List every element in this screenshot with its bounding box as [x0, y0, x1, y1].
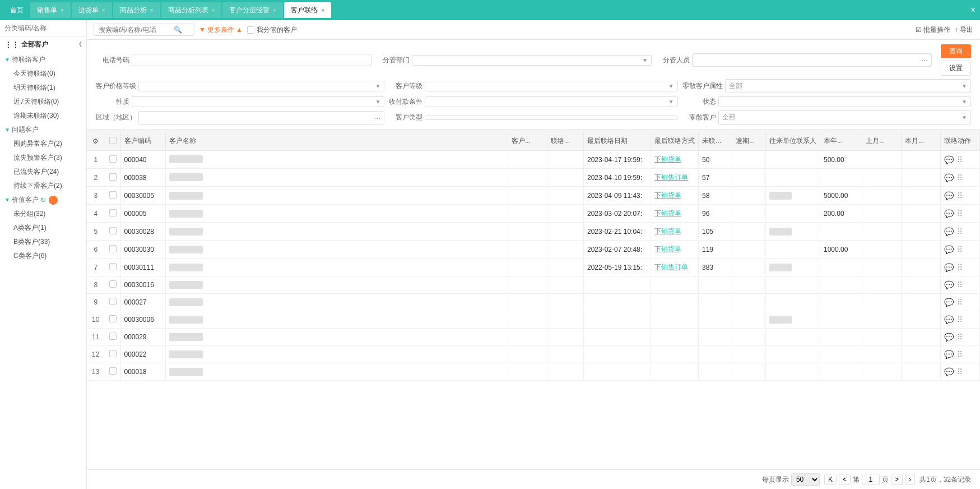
close-all-icon[interactable]: ×	[970, 5, 976, 15]
sidebar-search-input[interactable]	[4, 24, 87, 32]
row-checkbox[interactable]	[109, 227, 117, 234]
contact-icon[interactable]: 💬	[944, 263, 954, 272]
sidebar-item-ungrouped[interactable]: 未分组(32)	[0, 207, 86, 221]
more-action-icon[interactable]: ⠿	[957, 209, 963, 218]
cell-check[interactable]	[105, 276, 120, 294]
sidebar-item-declining[interactable]: 持续下滑客户(2)	[0, 179, 86, 193]
more-conditions-btn[interactable]: ▼ 更多条件 ▲	[199, 25, 243, 35]
cell-check[interactable]	[105, 346, 120, 363]
refresh-icon[interactable]: ↻	[40, 196, 46, 204]
row-checkbox[interactable]	[109, 263, 117, 270]
cell-check[interactable]	[105, 311, 120, 329]
contact-icon[interactable]: 💬	[944, 298, 954, 307]
more-action-icon[interactable]: ⠿	[957, 298, 963, 307]
cell-check[interactable]	[105, 294, 120, 311]
more-action-icon[interactable]: ⠿	[957, 280, 963, 289]
cell-check[interactable]	[105, 223, 120, 241]
row-checkbox[interactable]	[109, 315, 117, 322]
th-checkbox[interactable]	[105, 132, 120, 151]
contact-icon[interactable]: 💬	[944, 350, 954, 359]
row-checkbox[interactable]	[109, 298, 117, 305]
sidebar-group-value[interactable]: ▼ 价值客户 ↻	[0, 193, 86, 207]
search-input[interactable]	[99, 26, 171, 34]
last-page-btn[interactable]: ›	[905, 474, 915, 485]
cell-check[interactable]	[105, 363, 120, 381]
sidebar-item-abnormal[interactable]: 囤购异常客户(2)	[0, 137, 86, 151]
sidebar-item-7days-pending[interactable]: 近7天待联络(0)	[0, 95, 86, 109]
cell-check[interactable]	[105, 241, 120, 259]
row-checkbox[interactable]	[109, 155, 117, 163]
last-way-link[interactable]: 下销货单	[654, 191, 681, 199]
more-action-icon[interactable]: ⠿	[957, 350, 963, 359]
last-way-link[interactable]: 下销售订单	[654, 173, 688, 181]
tab-customer-contact[interactable]: 客户联络 ×	[284, 2, 331, 18]
row-checkbox[interactable]	[109, 333, 117, 340]
row-checkbox[interactable]	[109, 280, 117, 288]
tab-product-analysis[interactable]: 商品分析 ×	[113, 2, 160, 18]
more-action-icon[interactable]: ⠿	[957, 245, 963, 254]
sidebar-item-tomorrow-pending[interactable]: 明天待联络(1)	[0, 81, 86, 95]
row-checkbox[interactable]	[109, 173, 117, 181]
home-tab[interactable]: 首页	[4, 6, 29, 15]
sidebar-item-overdue-pending[interactable]: 逾期未联络(30)	[0, 109, 86, 123]
sidebar-item-b-class[interactable]: B类客户(33)	[0, 235, 86, 249]
contact-icon[interactable]: 💬	[944, 367, 954, 376]
row-checkbox[interactable]	[109, 191, 117, 199]
region-dots-icon[interactable]: ···	[374, 113, 381, 122]
row-checkbox[interactable]	[109, 209, 117, 216]
cell-check[interactable]	[105, 259, 120, 276]
filter-person-select[interactable]: ···	[692, 53, 932, 67]
person-select-dots-icon[interactable]: ···	[921, 56, 928, 64]
contact-icon[interactable]: 💬	[944, 173, 954, 182]
sidebar-item-churned[interactable]: 已流失客户(24)	[0, 165, 86, 179]
filter-retail-attr-select[interactable]: 全部 ▼	[725, 79, 971, 93]
cell-check[interactable]	[105, 205, 120, 223]
sidebar-item-c-class[interactable]: C类客户(6)	[0, 249, 86, 263]
filter-customer-type-select[interactable]	[425, 116, 677, 120]
more-action-icon[interactable]: ⠿	[957, 263, 963, 272]
filter-price-grade-select[interactable]: ▼	[138, 81, 384, 91]
more-action-icon[interactable]: ⠿	[957, 333, 963, 342]
th-settings[interactable]: ⚙	[87, 132, 105, 151]
export-btn[interactable]: ↑ 导出	[955, 25, 973, 35]
my-customers-checkbox[interactable]: 我分管的客户	[247, 25, 297, 35]
tab-customer-segment[interactable]: 客户分层经营 ×	[222, 2, 283, 18]
close-product-analysis-icon[interactable]: ×	[150, 7, 154, 13]
next-page-btn[interactable]: >	[891, 474, 903, 485]
filter-dept-select[interactable]: ▼	[412, 55, 652, 66]
contact-icon[interactable]: 💬	[944, 280, 954, 289]
batch-op-btn[interactable]: ☑ 批量操作	[916, 25, 950, 35]
more-action-icon[interactable]: ⠿	[957, 315, 963, 324]
filter-nature-select[interactable]: ▼	[132, 96, 384, 107]
filter-region-select[interactable]: ···	[138, 111, 384, 124]
close-purchase-order-icon[interactable]: ×	[102, 7, 105, 13]
cell-check[interactable]	[105, 151, 120, 169]
sidebar-item-a-class[interactable]: A类客户(1)	[0, 221, 86, 235]
header-checkbox-icon[interactable]	[109, 137, 117, 144]
first-page-btn[interactable]: K	[824, 474, 837, 485]
tab-product-analysis-list[interactable]: 商品分析列表 ×	[161, 2, 222, 18]
sidebar-item-churn-warning[interactable]: 流失预警客户(3)	[0, 151, 86, 165]
contact-icon[interactable]: 💬	[944, 155, 954, 164]
contact-icon[interactable]: 💬	[944, 209, 954, 218]
sidebar-all-customers[interactable]: ⋮⋮ 全部客户 《	[0, 36, 86, 53]
contact-icon[interactable]: 💬	[944, 315, 954, 324]
last-way-link[interactable]: 下销货单	[654, 209, 681, 217]
sidebar-item-today-pending[interactable]: 今天待联络(0)	[0, 67, 86, 81]
cell-check[interactable]	[105, 187, 120, 205]
close-sales-order-icon[interactable]: ×	[61, 7, 64, 13]
sidebar-collapse-icon[interactable]: 《	[76, 40, 82, 49]
page-number-input[interactable]	[862, 474, 880, 485]
more-action-icon[interactable]: ⠿	[957, 227, 963, 236]
tab-sales-order[interactable]: 销售单 ×	[30, 2, 71, 18]
filter-search-icon[interactable]: 🔍	[174, 26, 182, 34]
last-way-link[interactable]: 下销货单	[654, 245, 681, 253]
filter-payment-select[interactable]: ▼	[425, 96, 677, 107]
sidebar-group-pending[interactable]: ▼ 待联络客户	[0, 53, 86, 67]
last-way-link[interactable]: 下销货单	[654, 155, 681, 163]
close-customer-segment-icon[interactable]: ×	[273, 7, 276, 13]
contact-icon[interactable]: 💬	[944, 191, 954, 200]
more-action-icon[interactable]: ⠿	[957, 155, 963, 164]
close-customer-contact-icon[interactable]: ×	[321, 7, 324, 13]
last-way-link[interactable]: 下销货单	[654, 227, 681, 235]
